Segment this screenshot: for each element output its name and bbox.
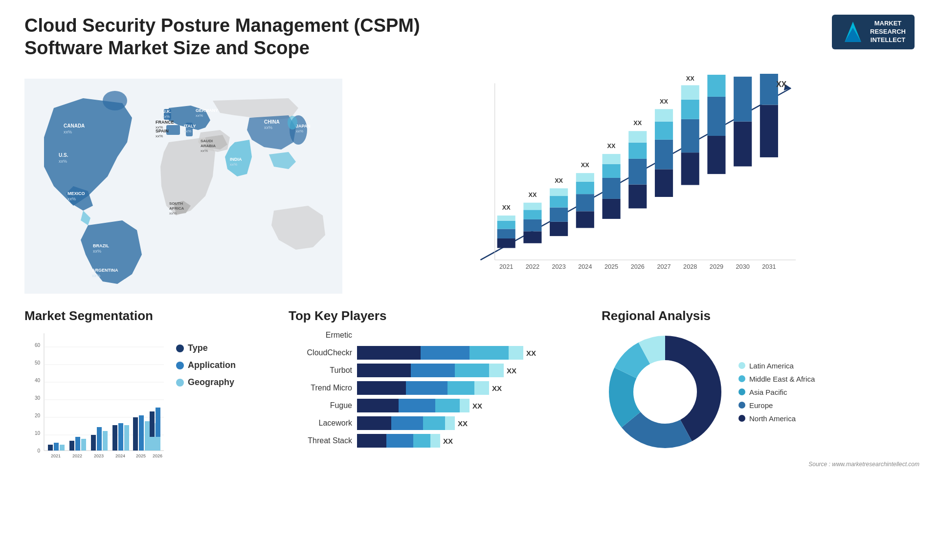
svg-text:XX: XX [607,143,616,150]
svg-rect-81 [655,170,673,197]
page-title: Cloud Security Posture Management (CSPM)… [24,15,440,59]
svg-rect-82 [655,140,673,170]
svg-text:xx%: xx% [64,129,72,134]
svg-rect-66 [576,173,594,182]
svg-rect-147 [150,437,160,451]
svg-text:XX: XX [660,98,668,105]
svg-rect-54 [523,203,541,210]
player-name-cloudcheckr: CloudCheckr [289,348,352,357]
svg-rect-83 [655,122,673,140]
source-text: Source : www.marketresearchintellect.com [808,461,919,468]
player-name-turbot: Turbot [289,366,352,375]
svg-rect-71 [603,164,621,178]
svg-rect-123 [54,443,59,451]
svg-text:xx%: xx% [264,125,272,130]
donut-legend: Latin America Middle East & Africa Asia … [738,362,815,423]
segmentation-title: Market Segmentation [24,308,279,323]
player-row-turbot: Turbot XX [289,364,592,377]
world-map-svg: CANADA xx% U.S. xx% MEXICO xx% BRAZIL xx… [24,69,342,303]
svg-rect-52 [523,219,541,231]
svg-rect-58 [550,208,568,222]
svg-text:U.S.: U.S. [59,152,68,158]
player-name-ermetic: Ermetic [289,331,352,340]
svg-text:SOUTH: SOUTH [169,201,183,206]
cloudcheckr-bar: XX [357,346,592,360]
svg-rect-100 [734,77,752,122]
svg-rect-103 [760,105,778,157]
player-name-fugue: Fugue [289,401,352,410]
svg-rect-70 [603,178,621,199]
ermetic-bar [357,328,592,342]
fugue-bar: XX [357,399,592,412]
donut-chart-svg [602,328,729,455]
growth-chart: XX 2021 XX 2022 XX 2023 [362,74,905,279]
svg-rect-57 [550,222,568,236]
svg-text:xx%: xx% [230,162,237,167]
svg-text:2024: 2024 [115,453,125,458]
svg-rect-59 [550,196,568,207]
svg-rect-131 [97,427,102,451]
svg-text:2021: 2021 [51,453,61,458]
logo-text: MARKET RESEARCH INTELLECT [870,20,906,44]
svg-rect-104 [760,74,778,105]
donut-container: Latin America Middle East & Africa Asia … [602,328,924,455]
svg-point-3 [103,91,127,110]
legend-latin-america: Latin America [738,362,815,370]
svg-text:hidden: hidden [715,259,717,260]
svg-rect-99 [734,122,752,167]
svg-point-154 [636,363,694,421]
svg-rect-134 [112,425,117,451]
svg-text:xx%: xx% [201,149,208,153]
svg-rect-124 [60,445,65,451]
legend-north-america: North America [738,414,815,423]
svg-text:10: 10 [35,431,41,436]
svg-text:BRAZIL: BRAZIL [93,243,109,248]
key-players-section: Top Key Players Ermetic CloudCheckr [289,308,592,470]
svg-text:2022: 2022 [72,453,82,458]
svg-text:2025: 2025 [604,263,618,270]
svg-text:2029: 2029 [710,263,723,270]
geography-label: Geography [188,377,234,388]
svg-text:XX: XX [712,74,720,74]
player-row-cloudcheckr: CloudCheckr XX [289,346,592,360]
svg-text:ARABIA: ARABIA [201,144,216,148]
svg-rect-51 [523,232,541,243]
svg-rect-138 [133,417,138,451]
svg-rect-127 [75,437,80,451]
svg-rect-78 [628,131,647,142]
segmentation-section: Market Segmentation 0 10 20 30 40 50 [24,308,279,470]
svg-text:0: 0 [37,448,40,453]
player-name-trend-micro: Trend Micro [289,384,352,392]
svg-rect-95 [707,75,725,97]
svg-text:CHINA: CHINA [264,119,280,125]
type-dot [176,345,184,352]
svg-rect-90 [681,86,699,100]
svg-text:2024: 2024 [578,263,592,270]
svg-text:xx%: xx% [296,129,303,133]
legend-middle-east: Middle East & Africa [738,375,815,383]
svg-rect-93 [707,136,725,174]
svg-text:2023: 2023 [94,453,104,458]
svg-text:60: 60 [35,343,41,348]
svg-text:2025: 2025 [136,453,146,458]
svg-rect-136 [124,425,129,451]
svg-rect-126 [69,441,74,451]
content-grid: CANADA xx% U.S. xx% MEXICO xx% BRAZIL xx… [24,69,915,470]
player-name-lacework: Lacework [289,419,352,428]
svg-text:xx%: xx% [169,211,177,215]
seg-legend: Type Application Geography [176,328,236,388]
svg-text:xx%: xx% [59,159,67,164]
regional-title: Regional Analysis [602,308,924,323]
application-label: Application [188,360,236,370]
legend-europe: Europe [738,401,815,409]
legend-type: Type [176,343,236,353]
svg-text:SAUDI: SAUDI [201,139,213,143]
svg-text:2022: 2022 [526,263,539,270]
svg-rect-75 [628,185,647,209]
europe-label: Europe [749,401,773,409]
lacework-bar: XX [357,416,592,430]
svg-rect-122 [48,445,53,451]
middle-east-dot [738,375,745,382]
svg-rect-53 [523,210,541,220]
svg-rect-46 [497,229,515,239]
